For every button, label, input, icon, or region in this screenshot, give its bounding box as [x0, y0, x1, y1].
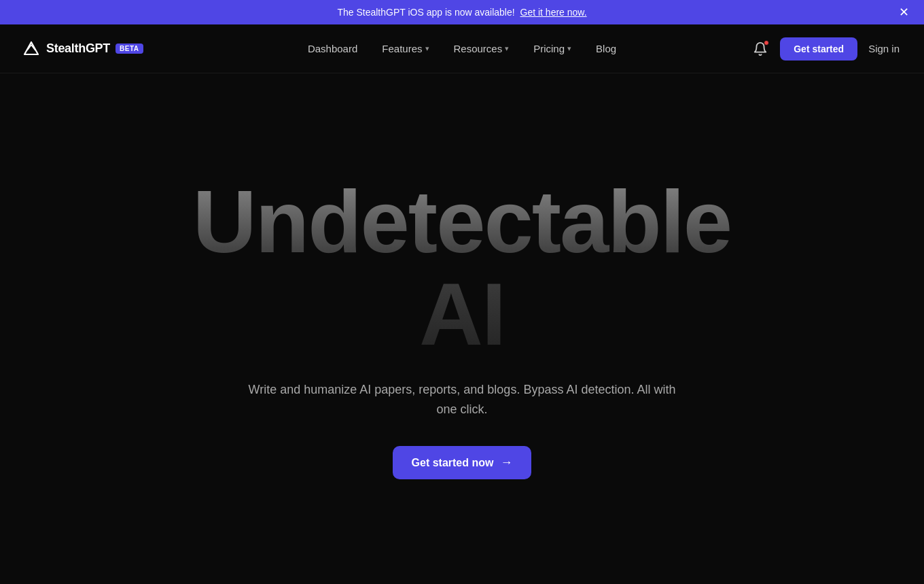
- nav-label-pricing: Pricing: [533, 43, 565, 54]
- chevron-down-icon: ▾: [567, 44, 571, 53]
- nav-label-blog: Blog: [596, 43, 616, 54]
- announcement-message: The StealthGPT iOS app is now available!: [337, 7, 514, 18]
- nav-item-features[interactable]: Features ▾: [371, 37, 440, 60]
- get-started-nav-button[interactable]: Get started: [780, 37, 857, 61]
- chevron-down-icon: ▾: [505, 44, 509, 53]
- arrow-right-icon: →: [500, 456, 512, 470]
- close-announcement-button[interactable]: ✕: [895, 5, 913, 20]
- logo-icon: [22, 39, 41, 58]
- hero-subtitle: Write and humanize AI papers, reports, a…: [238, 380, 686, 419]
- hero-section: Undetectable AI Write and humanize AI pa…: [0, 73, 924, 581]
- nav-item-pricing[interactable]: Pricing ▾: [522, 37, 582, 60]
- nav-label-features: Features: [382, 43, 422, 54]
- nav-links: Dashboard Features ▾ Resources ▾ Pricing…: [297, 37, 627, 60]
- announcement-bar: The StealthGPT iOS app is now available!…: [0, 0, 924, 24]
- logo-text: StealthGPT: [46, 41, 110, 56]
- hero-title: Undetectable AI: [156, 175, 768, 361]
- beta-badge: BETA: [116, 44, 143, 54]
- announcement-text: The StealthGPT iOS app is now available!…: [337, 7, 586, 18]
- notification-dot: [764, 40, 769, 46]
- chevron-down-icon: ▾: [425, 44, 429, 53]
- notification-button[interactable]: [749, 37, 772, 61]
- nav-item-blog[interactable]: Blog: [585, 37, 627, 60]
- nav-label-resources: Resources: [454, 43, 503, 54]
- cta-button[interactable]: Get started now →: [393, 446, 532, 479]
- navbar: StealthGPT BETA Dashboard Features ▾ Res…: [0, 24, 924, 73]
- nav-item-dashboard[interactable]: Dashboard: [297, 37, 368, 60]
- nav-item-resources[interactable]: Resources ▾: [443, 37, 520, 60]
- announcement-link[interactable]: Get it here now.: [520, 7, 587, 18]
- nav-right: Get started Sign in: [749, 37, 902, 61]
- sign-in-button[interactable]: Sign in: [866, 37, 902, 60]
- nav-label-dashboard: Dashboard: [308, 43, 357, 54]
- cta-label: Get started now: [412, 457, 494, 469]
- logo[interactable]: StealthGPT BETA: [22, 39, 143, 58]
